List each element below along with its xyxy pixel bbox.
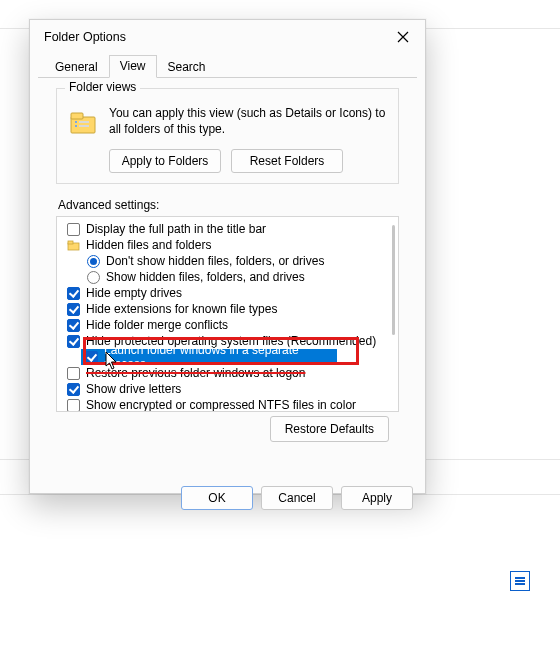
- tab-search[interactable]: Search: [157, 56, 217, 78]
- svg-rect-0: [515, 577, 525, 579]
- advanced-item[interactable]: Show encrypted or compressed NTFS files …: [63, 397, 392, 412]
- svg-rect-2: [515, 583, 525, 585]
- advanced-item-label: Show encrypted or compressed NTFS files …: [86, 398, 356, 412]
- advanced-item-label: Hide folder merge conflicts: [86, 318, 228, 332]
- tab-view[interactable]: View: [109, 55, 157, 78]
- advanced-item-label: Launch folder windows in a separate proc…: [104, 343, 337, 371]
- advanced-settings-label: Advanced settings:: [58, 198, 399, 212]
- dialog-buttons: OK Cancel Apply: [30, 476, 425, 522]
- folder-views-icon: [67, 107, 99, 139]
- folder-views-caption: Folder views: [65, 80, 140, 94]
- close-button[interactable]: [389, 23, 417, 51]
- radio-icon[interactable]: [87, 271, 100, 284]
- advanced-settings-list[interactable]: Display the full path in the title barHi…: [56, 216, 399, 412]
- checkbox-icon[interactable]: [67, 319, 80, 332]
- ok-button[interactable]: OK: [181, 486, 253, 510]
- advanced-item[interactable]: Hide empty drives: [63, 285, 392, 301]
- dialog-title: Folder Options: [44, 30, 126, 44]
- advanced-item[interactable]: Show drive letters: [63, 381, 392, 397]
- checkbox-icon[interactable]: [67, 383, 80, 396]
- apply-to-folders-button[interactable]: Apply to Folders: [109, 149, 221, 173]
- checkbox-icon[interactable]: [67, 223, 80, 236]
- svg-rect-10: [68, 241, 73, 244]
- close-icon: [397, 31, 409, 43]
- advanced-item-label: Show drive letters: [86, 382, 181, 396]
- selected-advanced-item[interactable]: Launch folder windows in a separate proc…: [81, 349, 337, 365]
- advanced-item-label: Hide extensions for known file types: [86, 302, 277, 316]
- advanced-item-label: Hidden files and folders: [86, 238, 211, 252]
- svg-rect-6: [75, 125, 77, 127]
- checkbox-icon[interactable]: [67, 367, 80, 380]
- scrollbar-thumb[interactable]: [392, 225, 395, 335]
- advanced-item[interactable]: Don't show hidden files, folders, or dri…: [63, 253, 392, 269]
- tab-general[interactable]: General: [44, 56, 109, 78]
- advanced-item-label: Show hidden files, folders, and drives: [106, 270, 305, 284]
- folder-views-description: You can apply this view (such as Details…: [109, 105, 388, 137]
- advanced-item[interactable]: Hide extensions for known file types: [63, 301, 392, 317]
- checkbox-icon[interactable]: [67, 287, 80, 300]
- checkbox-icon[interactable]: [67, 303, 80, 316]
- checkbox-icon[interactable]: [67, 335, 80, 348]
- advanced-item-label: Don't show hidden files, folders, or dri…: [106, 254, 324, 268]
- svg-rect-7: [79, 121, 89, 123]
- svg-rect-8: [79, 125, 89, 127]
- radio-icon[interactable]: [87, 255, 100, 268]
- advanced-item-label: Hide empty drives: [86, 286, 182, 300]
- notification-icon[interactable]: [510, 571, 530, 591]
- svg-rect-5: [75, 121, 77, 123]
- svg-rect-1: [515, 580, 525, 582]
- checkbox-icon[interactable]: [85, 351, 98, 364]
- advanced-item[interactable]: Show hidden files, folders, and drives: [63, 269, 392, 285]
- restore-defaults-button[interactable]: Restore Defaults: [270, 416, 389, 442]
- folder-options-dialog: Folder Options General View Search Folde…: [29, 19, 426, 494]
- advanced-item[interactable]: Hide folder merge conflicts: [63, 317, 392, 333]
- view-tab-body: Folder views You can apply this view (su…: [46, 78, 409, 468]
- svg-rect-4: [71, 113, 83, 119]
- apply-button[interactable]: Apply: [341, 486, 413, 510]
- folder-views-group: Folder views You can apply this view (su…: [56, 88, 399, 184]
- tab-strip: General View Search: [38, 54, 417, 78]
- titlebar: Folder Options: [30, 20, 425, 54]
- cancel-button[interactable]: Cancel: [261, 486, 333, 510]
- folder-icon: [67, 239, 80, 252]
- checkbox-icon[interactable]: [67, 399, 80, 412]
- advanced-item-label: Display the full path in the title bar: [86, 222, 266, 236]
- advanced-item[interactable]: Display the full path in the title bar: [63, 221, 392, 237]
- reset-folders-button[interactable]: Reset Folders: [231, 149, 343, 173]
- advanced-item[interactable]: Hidden files and folders: [63, 237, 392, 253]
